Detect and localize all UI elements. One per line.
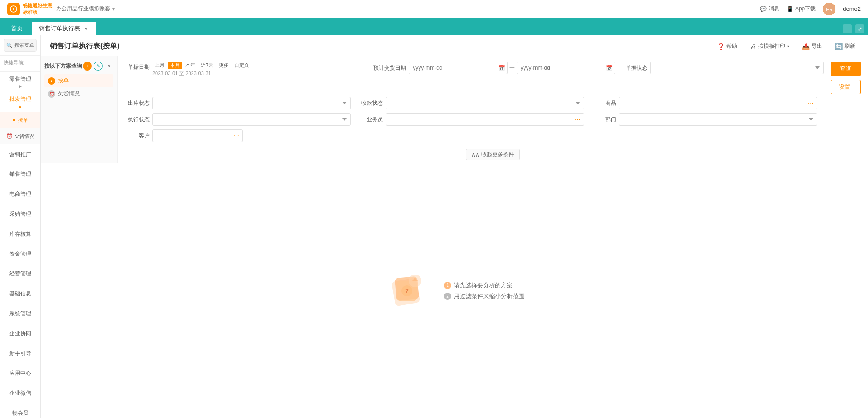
sidebar-item-finance[interactable]: 资金管理 (0, 244, 40, 264)
help-button[interactable]: ❓ 帮助 (713, 41, 741, 52)
edit-scheme-button[interactable]: ✎ (94, 62, 103, 71)
sidebar-item-marketing[interactable]: 营销推广 (0, 144, 40, 164)
wholesale-submenu: 按单 ⏰ 欠货情况 (0, 112, 40, 144)
sidebar-item-enterprise[interactable]: 企业协同 (0, 323, 40, 343)
date-tab-custom[interactable]: 自定义 (232, 62, 251, 69)
doc-status-select[interactable] (650, 62, 824, 74)
date-tab-this-month[interactable]: 本月 (168, 62, 182, 69)
tab-home[interactable]: 首页 (4, 22, 30, 35)
panel-collapse-button[interactable]: « (104, 62, 113, 71)
app-download-label: App下载 (795, 5, 816, 13)
expected-date-end-input[interactable] (517, 62, 615, 74)
salesperson-input[interactable] (386, 113, 584, 126)
sidebar-item-appstore[interactable]: 应用中心 (0, 363, 40, 383)
collapse-label: 收起更多条件 (481, 151, 514, 158)
query-buttons-area: 查询 设置 (831, 62, 861, 94)
settings-button[interactable]: 设置 (831, 80, 861, 94)
delivery-status-control (152, 97, 351, 109)
filter-scheme-qianHuo[interactable]: ⏰ 欠货情况 (44, 87, 113, 100)
content-area: 销售订单执行表(按单) ❓ 帮助 🖨 按模板打印 ▾ 📤 导出 (41, 35, 868, 418)
date-tab-last-month[interactable]: 上月 (152, 62, 167, 69)
sidebar-item-newuser[interactable]: 新手引导 (0, 343, 40, 363)
empty-state-content: ? 1 请先选择要分析的方案 2 用过滤条件来缩小分析范围 (384, 268, 524, 314)
print-chevron-icon: ▾ (787, 44, 789, 49)
date-tab-more[interactable]: 更多 (217, 62, 231, 69)
product-control: ··· (619, 97, 817, 109)
app-download-icon: 📱 (787, 6, 793, 12)
empty-hint-2: 2 用过滤条件来缩小分析范围 (444, 292, 524, 300)
search-menu-button[interactable]: 🔍 搜索菜单 (4, 39, 37, 52)
sidebar-item-inventory-label: 库存核算 (9, 230, 31, 238)
add-scheme-button[interactable]: + (83, 62, 92, 71)
tab-sales-order[interactable]: 销售订单执行表 ✕ (32, 22, 96, 35)
customer-input[interactable] (152, 129, 243, 142)
message-label: 消息 (769, 5, 779, 13)
sidebar-submenu-qianHuo[interactable]: ⏰ 欠货情况 (0, 128, 40, 144)
department-label: 部门 (591, 116, 616, 124)
template-print-label: 按模板打印 (758, 43, 785, 50)
customer-dots-icon[interactable]: ··· (233, 132, 239, 140)
submenu-anDan-label: 按单 (18, 117, 28, 124)
collection-status-field: 收款状态 (358, 97, 584, 109)
filter-panel-title: 按以下方案查询 (44, 62, 82, 70)
sidebar-item-wechat[interactable]: 企业微信 (0, 383, 40, 403)
delivery-status-select[interactable] (152, 97, 351, 109)
sidebar-item-member[interactable]: 畅会员 (0, 403, 40, 418)
department-select[interactable] (619, 113, 817, 126)
department-field: 部门 (591, 113, 817, 126)
tab-bar-actions: － ⤢ (843, 24, 864, 35)
sidebar-item-wholesale[interactable]: 批发管理 ▲ (0, 92, 40, 112)
doc-status-label: 单据状态 (623, 64, 647, 72)
sidebar-item-sales[interactable]: 销售管理 (0, 164, 40, 184)
print-icon: 🖨 (750, 43, 756, 50)
empty-state: ? 1 请先选择要分析的方案 2 用过滤条件来缩小分析范围 (41, 163, 868, 418)
collapse-button[interactable]: ∧∧ 收起更多条件 (466, 149, 520, 160)
tab-bar: 首页 销售订单执行表 ✕ － ⤢ (0, 18, 868, 35)
department-control (619, 113, 817, 126)
sidebar-item-marketing-label: 营销推广 (9, 151, 31, 158)
sidebar-item-basic-label: 基础信息 (9, 290, 31, 298)
main-layout: 🔍 搜索菜单 快捷导航 零售管理 ▶ 批发管理 ▲ 按单 ⏰ (0, 35, 868, 418)
sidebar-item-system[interactable]: 系统管理 (0, 304, 40, 323)
sidebar-submenu-anDan[interactable]: 按单 (0, 112, 40, 128)
refresh-button[interactable]: 🔄 刷新 (831, 41, 859, 52)
product-dots-icon[interactable]: ··· (808, 99, 814, 107)
breadcrumb-chevron-icon[interactable]: ▾ (112, 6, 115, 12)
sidebar-item-finance-label: 资金管理 (9, 250, 31, 258)
sidebar-item-member-label: 畅会员 (12, 409, 28, 417)
scheme-qianHuo-label: 欠货情况 (58, 90, 80, 98)
collection-status-select[interactable] (386, 97, 584, 109)
date-tab-7days[interactable]: 近7天 (198, 62, 216, 69)
breadcrumb-text: 办公用品行业模拟账套 (56, 5, 110, 13)
search-menu-label: 搜索菜单 (14, 42, 34, 49)
collapse-row: ∧∧ 收起更多条件 (118, 146, 868, 163)
product-input[interactable] (619, 97, 817, 109)
svg-text:?: ? (405, 287, 409, 294)
sidebar-item-inventory[interactable]: 库存核算 (0, 224, 40, 244)
export-label: 导出 (811, 43, 822, 50)
export-button[interactable]: 📤 导出 (798, 41, 826, 52)
sidebar-item-retail[interactable]: 零售管理 ▶ (0, 72, 40, 92)
tab-maximize-button[interactable]: ⤢ (855, 24, 864, 33)
salesperson-dots-icon[interactable]: ··· (575, 115, 580, 124)
tab-minimize-button[interactable]: － (843, 24, 852, 33)
execution-status-select[interactable] (152, 113, 351, 126)
sidebar-item-operations[interactable]: 经营管理 (0, 264, 40, 284)
sidebar: 🔍 搜索菜单 快捷导航 零售管理 ▶ 批发管理 ▲ 按单 ⏰ (0, 35, 41, 418)
customer-label: 客户 (125, 132, 150, 140)
date-tab-this-year[interactable]: 本年 (183, 62, 198, 69)
message-button[interactable]: 💬 消息 (760, 5, 779, 13)
query-button[interactable]: 查询 (831, 62, 861, 76)
salesperson-control: ··· (386, 113, 584, 126)
tab-close-icon[interactable]: ✕ (83, 25, 89, 32)
expected-date-start-input[interactable] (409, 62, 507, 74)
sidebar-item-basic[interactable]: 基础信息 (0, 284, 40, 304)
sidebar-item-ecommerce[interactable]: 电商管理 (0, 184, 40, 204)
page-content: 销售订单执行表(按单) ❓ 帮助 🖨 按模板打印 ▾ 📤 导出 (41, 35, 868, 418)
wholesale-expand-icon: ▲ (18, 104, 22, 109)
app-download-button[interactable]: 📱 App下载 (787, 5, 816, 13)
template-print-button[interactable]: 🖨 按模板打印 ▾ (746, 41, 793, 52)
filter-scheme-anDan[interactable]: ● 按单 (44, 74, 113, 87)
user-name[interactable]: demo2 (843, 5, 861, 12)
sidebar-item-purchase[interactable]: 采购管理 (0, 204, 40, 224)
